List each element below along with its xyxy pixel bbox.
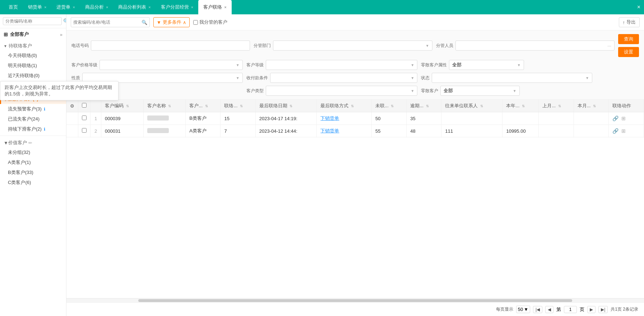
sidebar-collapse-icon[interactable]: » [60,32,62,37]
row1-this-year [502,112,539,125]
sidebar: 🔍 ⊞ 全部客户 » ▼ 待联络客户 今天待联络(0) 明天待联络(1) 近7天… [0,14,66,316]
filter-row-2: 客户价格等级 ▼ 客户等级 ▼ 零散客户属性 全部 ▼ [71,60,639,70]
nav-tab-customer-contact-close[interactable]: × [224,5,226,9]
nav-tab-analysis-close[interactable]: × [106,5,108,9]
overdue-col-header[interactable]: 逾期... ⇅ [407,100,441,112]
next-page-button[interactable]: ▶ [587,306,596,313]
sidebar-item-declining[interactable]: 持续下滑客户(2) ℹ [0,124,66,134]
row1-checkbox[interactable] [82,115,87,120]
checkbox-col-header[interactable] [78,100,91,112]
sidebar-item-7days[interactable]: 近7天待联络(0) [0,71,66,81]
last-page-button[interactable]: ▶| [598,306,608,313]
this-year-col-header[interactable]: 本年... ⇅ [502,100,539,112]
sidebar-item-churned[interactable]: 已流失客户(24) [0,114,66,124]
sidebar-item-today[interactable]: 今天待联络(0) [0,51,66,61]
row2-uncontacted: 55 [371,125,406,137]
row1-action-link-icon[interactable]: 🔗 [612,115,618,121]
settings-button[interactable]: 设置 [618,47,639,57]
uncontacted-col-header[interactable]: 未联... ⇅ [371,100,406,112]
row2-checkbox[interactable] [82,128,87,133]
query-button[interactable]: 查询 [618,34,639,44]
row1-last-way-link[interactable]: 下销货单 [320,115,339,121]
close-all-tabs-button[interactable]: × [637,4,640,10]
row2-last-way-link[interactable]: 下销货单 [320,128,339,133]
my-customer-checkbox-wrap[interactable]: 我分管的客户 [193,19,227,25]
sidebar-item-tomorrow[interactable]: 明天待联络(1) [0,61,66,71]
nav-tab-sales-close[interactable]: × [44,5,46,9]
row2-checkbox-cell[interactable] [78,125,91,137]
sort-icon-contact: ⇅ [240,104,243,108]
nav-tab-sales[interactable]: 销货单 × [23,0,51,14]
category-col-header[interactable]: 客户... ⇅ [186,100,221,112]
per-page-select[interactable]: 50 ▼ [516,306,530,313]
nav-tab-purchase-close[interactable]: × [73,5,75,9]
filter-person-select[interactable]: ··· [455,41,615,51]
search-input[interactable] [73,20,142,25]
sidebar-search-icon[interactable]: 🔍 [63,18,66,24]
filter-price-select[interactable]: ▼ [99,60,243,70]
row2-last-way[interactable]: 下销货单 [317,125,372,137]
category-col-label: 客户... [189,103,203,108]
nav-tab-customer-tier[interactable]: 客户分层经营 × [156,0,198,14]
chevron-down-icon-4: ▼ [517,63,521,67]
filter-status-select[interactable]: ▼ [432,73,592,83]
nav-tab-customer-tier-close[interactable]: × [191,5,193,9]
code-col-header[interactable]: 客户编码 ⇅ [101,100,144,112]
filter-person-label: 分管人员 [436,43,453,49]
nav-tab-purchase[interactable]: 进货单 × [51,0,80,14]
horizontal-scroll-area[interactable] [66,298,644,302]
filter-retail-customer-select[interactable]: 全部 ▼ [440,86,519,96]
last-date-col-header[interactable]: 最后联络日期 ⇅ [255,100,317,112]
prev-page-button[interactable]: ◀ [545,306,553,313]
export-button[interactable]: ↑ 导出 [619,17,640,27]
sidebar-section-pending[interactable]: ▼ 待联络客户 [0,41,66,51]
filter-dept-select[interactable]: ▼ [273,41,432,51]
this-month-col-header[interactable]: 本月... ⇅ [574,100,608,112]
filter-customer-type-label: 客户类型 [246,88,264,94]
row2-this-month [574,125,608,137]
row1-code: 000039 [101,112,144,125]
filter-customer-type-select[interactable]: ▼ [266,86,418,96]
pagination: 每页显示 50 ▼ |◀ ◀ 第 页 ▶ ▶| 共1页 2条记录 [66,302,644,316]
nav-tab-analysis-list-close[interactable]: × [148,5,150,9]
nav-tab-analysis-list[interactable]: 商品分析列表 × [113,0,156,14]
my-customer-checkbox[interactable] [193,20,198,25]
sidebar-item-churn-warning[interactable]: 流失预警客户(3) ℹ [0,104,66,114]
actions-col-label: 联络动作 [612,103,631,108]
filter-customer-level-select[interactable]: ▼ [266,60,418,70]
sidebar-all-customers-label: 全部客户 [10,31,29,38]
sidebar-item-ungrouped[interactable]: 未分组(32) [0,147,66,157]
settings-col-header[interactable]: ⚙ [66,100,78,112]
sort-icon-this-month: ⇅ [593,104,596,108]
filter-payment-select[interactable]: ▼ [270,73,418,83]
row1-checkbox-cell[interactable] [78,112,91,125]
filter-phone-input[interactable] [91,41,250,51]
sidebar-item-class-c[interactable]: C类客户(6) [0,178,66,188]
horizontal-scrollbar[interactable] [138,299,572,302]
page-number-input[interactable] [564,306,577,313]
row2-action-grid-icon[interactable]: ⊞ [621,128,626,134]
row1-action-grid-icon[interactable]: ⊞ [621,115,626,121]
code-col-label: 客户编码 [105,103,124,108]
filter-row-3: 性质 ▼ 收付款条件 ▼ 状态 ▼ [71,73,639,83]
more-filter-button[interactable]: ▼ 更多条件 ∧ [153,17,190,27]
first-page-button[interactable]: |◀ [533,306,542,313]
contacts-person-col-header[interactable]: 往来单位联系人 ⇅ [441,100,502,112]
filter-retail-attr-select[interactable]: 全部 ▼ [449,60,524,70]
row1-last-way[interactable]: 下销货单 [317,112,372,125]
sidebar-item-class-b[interactable]: B类客户(33) [0,168,66,178]
select-all-checkbox[interactable] [82,103,87,108]
sidebar-all-customers[interactable]: ⊞ 全部客户 » [0,28,66,41]
export-btn-label: 导出 [626,19,636,25]
sidebar-item-class-a[interactable]: A类客户(1) [0,157,66,168]
name-col-header[interactable]: 客户名称 ⇅ [143,100,186,112]
last-month-col-header[interactable]: 上月... ⇅ [539,100,574,112]
row2-action-link-icon[interactable]: 🔗 [612,128,618,134]
sidebar-search-input[interactable] [3,17,62,25]
contact-col-header[interactable]: 联络... ⇅ [221,100,255,112]
nav-tab-customer-contact[interactable]: 客户联络 × [198,0,231,14]
last-way-col-header[interactable]: 最后联络方式 ⇅ [317,100,372,112]
nav-tab-home[interactable]: 首页 [4,0,23,14]
nav-tab-analysis[interactable]: 商品分析 × [80,0,113,14]
edit-icon[interactable]: ✏ [28,140,32,146]
